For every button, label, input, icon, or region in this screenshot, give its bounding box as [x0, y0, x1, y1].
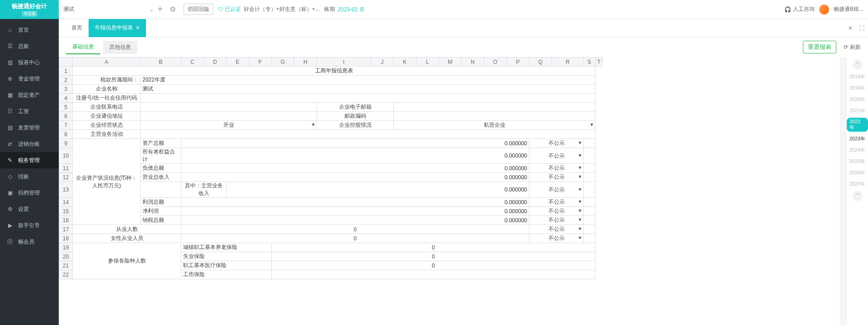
sidebar-item-stock[interactable]: ⇄进销台账 [0, 136, 59, 152]
year-2020[interactable]: 2020年 [848, 95, 867, 104]
label-r14[interactable]: 利润总额 [141, 198, 181, 207]
cell-biz-status[interactable]: 开业 [141, 121, 317, 130]
label-r19[interactable]: 城镇职工基本养老保险 [181, 243, 272, 252]
pub-r9[interactable]: 不公示 [529, 139, 584, 148]
rownum[interactable]: 2 [59, 76, 73, 85]
sidebar-item-settings[interactable]: ⚙设置 [0, 201, 59, 217]
year-2019[interactable]: 2019年 [848, 84, 867, 92]
val-r16[interactable]: 0.000000 [181, 216, 529, 225]
label-r11[interactable]: 负债总额 [141, 164, 181, 173]
rownum[interactable]: 5 [59, 103, 73, 112]
col-B[interactable]: B [141, 57, 181, 67]
pub-r14[interactable]: 不公示 [529, 198, 584, 207]
label-r20[interactable]: 失业保险 [181, 252, 272, 261]
sidebar-item-funds[interactable]: ⊕资金管理 [0, 71, 59, 87]
year-down-button[interactable]: ˅ [853, 191, 863, 201]
label-r9[interactable]: 资产总额 [141, 139, 181, 148]
cell-main-biz[interactable] [141, 130, 595, 139]
year-2026[interactable]: 2026年 [848, 168, 867, 177]
sidebar-item-invoice[interactable]: ▤发票管理 [0, 119, 59, 136]
rownum[interactable]: 4 [59, 94, 73, 103]
label-insurance-block[interactable]: 参保各险种人数 [73, 243, 181, 279]
label-biz-status[interactable]: 企业经营状态 [73, 121, 141, 130]
extra-r16[interactable] [584, 216, 595, 225]
col-T[interactable]: T [595, 57, 603, 67]
extra-r11[interactable] [584, 164, 595, 173]
rownum[interactable]: 21 [59, 261, 73, 270]
tab-annual-report[interactable]: 年报信息申报表 ✕ [89, 19, 146, 37]
spreadsheet[interactable]: A B C D E F G H I J K L M [59, 57, 603, 279]
label-address[interactable]: 企业通信地址 [73, 112, 141, 121]
label-r13[interactable]: 其中：主营业务收入 [181, 182, 226, 198]
sidebar-item-salary[interactable]: ☷工资 [0, 103, 59, 119]
col-Q[interactable]: Q [529, 57, 552, 67]
sheet-area[interactable]: A B C D E F G H I J K L M [59, 57, 840, 325]
avatar[interactable] [819, 5, 829, 14]
blank-r13[interactable] [141, 182, 181, 198]
add-company-button[interactable]: + [154, 3, 166, 16]
val-r10[interactable]: 0.000000 [181, 148, 529, 164]
col-S[interactable]: S [584, 57, 595, 67]
cell-company-name[interactable]: 测试 [141, 85, 595, 94]
rownum[interactable]: 10 [59, 148, 73, 164]
val-r14[interactable]: 0.000000 [181, 198, 529, 207]
cell-email[interactable] [394, 103, 595, 112]
sidebar-item-ledger[interactable]: ☰总账 [0, 38, 59, 54]
reset-report-button[interactable]: 重置报表 [803, 41, 836, 53]
sidebar-item-home[interactable]: ⌂首页 [0, 22, 59, 38]
col-P[interactable]: P [507, 57, 529, 67]
col-I[interactable]: I [317, 57, 371, 67]
rownum[interactable]: 17 [59, 225, 73, 234]
sidebar-item-assets[interactable]: ▦固定资产 [0, 87, 59, 103]
col-L[interactable]: L [416, 57, 439, 67]
year-2027[interactable]: 2027年 [848, 180, 867, 188]
rownum[interactable]: 6 [59, 112, 73, 121]
sidebar-item-archive[interactable]: ▣归档管理 [0, 185, 59, 201]
label-r17[interactable]: 从业人数 [73, 225, 181, 234]
sidebar-item-close[interactable]: ◇结账 [0, 168, 59, 185]
val-r12[interactable]: 0.000000 [181, 173, 529, 182]
cell-postal[interactable] [394, 112, 595, 121]
company-selector[interactable]: 测试 ⌄ [63, 5, 154, 13]
year-up-button[interactable]: ˄ [853, 60, 863, 70]
year-2023[interactable]: 2023年 [848, 134, 867, 143]
val-r13[interactable]: 0.000000 [226, 182, 529, 198]
cell-phone[interactable] [141, 103, 317, 112]
rownum[interactable]: 14 [59, 198, 73, 207]
label-main-biz[interactable]: 主营业务活动 [73, 130, 141, 139]
label-r21[interactable]: 职工基本医疗保险 [181, 261, 272, 270]
year-2021[interactable]: 2021年 [848, 106, 867, 115]
extra-r10[interactable] [584, 148, 595, 164]
cell-holding[interactable]: 私营企业 [394, 121, 595, 130]
pub-r16[interactable]: 不公示 [529, 216, 584, 225]
cell-address[interactable] [141, 112, 317, 121]
val-r18[interactable]: 0 [181, 234, 529, 243]
year-2022[interactable]: 2022年 [847, 118, 868, 132]
col-N[interactable]: N [462, 57, 484, 67]
label-email[interactable]: 企业电子邮箱 [317, 103, 394, 112]
label-r15[interactable]: 净利润 [141, 207, 181, 216]
col-H[interactable]: H [294, 57, 317, 67]
year-2018[interactable]: 2018年 [848, 72, 867, 81]
extra-r9[interactable] [584, 139, 595, 148]
label-postal[interactable]: 邮政编码 [317, 112, 394, 121]
col-F[interactable]: F [249, 57, 272, 67]
col-K[interactable]: K [394, 57, 416, 67]
rownum[interactable]: 20 [59, 252, 73, 261]
rownum[interactable]: 3 [59, 85, 73, 94]
pub-r13[interactable]: 不公示 [529, 182, 584, 198]
val-r9[interactable]: 0.000000 [181, 139, 529, 148]
expand-icon[interactable]: ⛶ [859, 25, 864, 31]
label-asset-block[interactable]: 企业资产状况信息(币种：人民币万元) [73, 139, 141, 225]
pub-r12[interactable]: 不公示 [529, 173, 584, 182]
rownum[interactable]: 18 [59, 234, 73, 243]
settings-icon[interactable]: ⚙ [166, 3, 179, 16]
col-R[interactable]: R [552, 57, 584, 67]
label-company-name[interactable]: 企业名称 [73, 85, 141, 94]
year-2024[interactable]: 2024年 [848, 146, 867, 154]
val-r17[interactable]: 0 [181, 225, 529, 234]
rownum[interactable]: 11 [59, 164, 73, 173]
pub-r15[interactable]: 不公示 [529, 207, 584, 216]
vertical-scrollbar[interactable] [840, 57, 846, 325]
rownum[interactable]: 7 [59, 121, 73, 130]
